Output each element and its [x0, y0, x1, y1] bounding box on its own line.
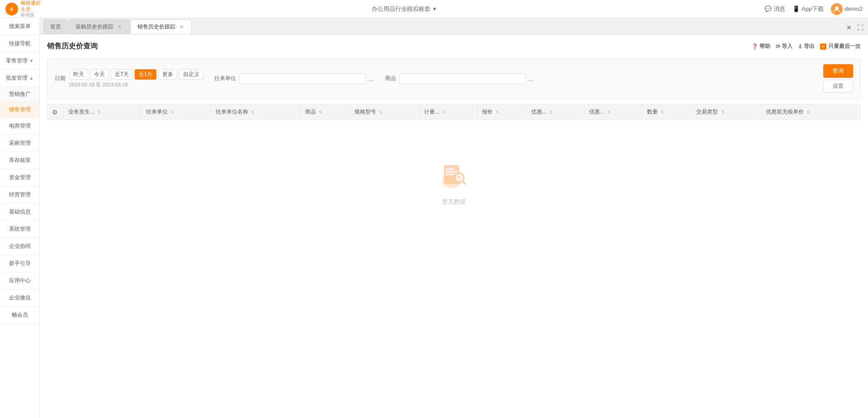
basic-info-label: 基础信息 [9, 208, 31, 216]
data-table: ⚙ 业务发生... ⇅ 往来单位 ⇅ 往来单位名称 ⇅ [47, 104, 861, 120]
user-nav[interactable]: demo2 [831, 3, 863, 15]
tab-close-all-icon[interactable]: ✕ [845, 23, 853, 32]
sidebar-item-operations-mgmt[interactable]: 经营管理 [0, 186, 39, 204]
sort-arrows-quote-price[interactable]: ⇅ [495, 109, 499, 114]
sort-arrows-partner-name[interactable]: ⇅ [251, 109, 255, 114]
date-btn-today[interactable]: 今天 [90, 69, 109, 80]
help-action[interactable]: ❓ 帮助 [751, 43, 770, 50]
sidebar-item-sales-mgmt[interactable]: 销售管理 [0, 102, 39, 118]
sidebar-item-marketing[interactable]: 营销推广 [0, 87, 39, 102]
table-th-spec-label: 规格型号 [354, 109, 376, 115]
sort-arrows-unit[interactable]: ⇅ [442, 109, 446, 114]
sidebar-item-search-menu[interactable]: 搜索菜单 [0, 18, 39, 35]
app-download-label: App下载 [802, 5, 824, 13]
export-action[interactable]: ⇩ 导出 [798, 43, 815, 50]
date-btn-last1month[interactable]: 近1月 [135, 69, 157, 80]
tab-bar-actions: ✕ ⛶ [845, 23, 864, 34]
sidebar-item-enterprise-wechat[interactable]: 企业微信 [0, 290, 39, 307]
goods-dots[interactable]: ... [528, 75, 534, 83]
sort-arrows-goods[interactable]: ⇅ [319, 109, 322, 114]
partner-input[interactable] [240, 73, 366, 84]
workspace-title: 办公用品行业模拟账套 [372, 5, 430, 13]
sort-arrows-partner-code[interactable]: ⇅ [170, 109, 174, 114]
date-btn-custom[interactable]: 自定义 [179, 69, 203, 80]
sidebar-item-inventory[interactable]: 库存核算 [0, 152, 39, 169]
tab-maximize-icon[interactable]: ⛶ [856, 23, 864, 32]
table-th-pretax-price: 优惠前无税单价 ⇅ [761, 104, 860, 120]
tab-home[interactable]: 首页 [43, 19, 68, 34]
table-settings-icon[interactable]: ⚙ [52, 109, 58, 116]
message-icon: 💬 [764, 5, 772, 12]
sidebar-item-vip-member[interactable]: 畅会员 [0, 307, 39, 324]
sidebar-item-beginner[interactable]: 新手引导 [0, 255, 39, 272]
top-bar: 6 畅捷通好生意 标准版 办公用品行业模拟账套 ▾ 💬 消息 📱 App下载 [0, 0, 868, 18]
svg-line-10 [462, 181, 465, 184]
partner-filter-group: 往来单位 ... [214, 73, 374, 84]
app-download-nav[interactable]: 📱 App下载 [793, 5, 824, 13]
tab-purchase-history-close[interactable]: ✕ [116, 24, 123, 30]
purchase-mgmt-label: 采购管理 [9, 139, 31, 147]
help-icon: ❓ [751, 43, 758, 50]
date-btn-last7days[interactable]: 近7天 [111, 69, 133, 80]
import-icon: ⟳ [776, 43, 780, 50]
wholesale-mgmt-arrow: ▲ [29, 76, 34, 81]
message-label: 消息 [774, 5, 785, 13]
empty-text: 暂无数据 [442, 198, 466, 206]
sort-arrows-spec[interactable]: ⇅ [379, 109, 382, 114]
date-btn-yesterday[interactable]: 昨天 [69, 69, 88, 80]
sidebar-item-retail-mgmt[interactable]: 零售管理 ▼ [0, 52, 39, 70]
date-options: 昨天 今天 近7天 近1月 更多 自定义 [69, 69, 203, 80]
svg-point-2 [835, 6, 839, 10]
table-th-partner-code: 往来单位 ⇅ [142, 104, 211, 120]
sidebar-item-ecommerce-mgmt[interactable]: 电商管理 [0, 118, 39, 135]
sort-arrows-discount2[interactable]: ⇅ [607, 109, 611, 114]
date-filter-group: 日期 昨天 今天 近7天 近1月 更多 自定义 2023-02-18 至 202… [55, 69, 203, 88]
date-range-text: 2023-02-18 至 2023-03-18 [69, 81, 203, 88]
tab-sales-history-close[interactable]: ✕ [178, 24, 185, 30]
wholesale-mgmt-label: 批发管理 [6, 74, 28, 82]
logo-text: 畅捷通好生意 标准版 [21, 0, 43, 17]
page-title-actions: ❓ 帮助 ⟳ 导入 ⇩ 导出 ✓ 只看最后一次 [751, 43, 861, 50]
message-nav[interactable]: 💬 消息 [764, 5, 785, 13]
sidebar-item-system-mgmt[interactable]: 系统管理 [0, 221, 39, 238]
workspace-selector[interactable]: 办公用品行业模拟账套 ▾ [372, 5, 436, 13]
sidebar-item-basic-info[interactable]: 基础信息 [0, 204, 39, 221]
tab-sales-history-label: 销售历史价跟踪 [137, 23, 175, 31]
logo-icon: 6 [5, 3, 18, 15]
table-header-row: ⚙ 业务发生... ⇅ 往来单位 ⇅ 往来单位名称 ⇅ [47, 104, 861, 120]
query-button[interactable]: 查询 [823, 64, 853, 78]
table-th-goods: 商品 ⇅ [300, 104, 349, 120]
table-th-biz-date-label: 业务发生... [68, 109, 94, 115]
tab-purchase-history[interactable]: 采购历史价跟踪 ✕ [69, 19, 130, 34]
sidebar-item-quick-nav[interactable]: 快捷导航 [0, 35, 39, 52]
sort-arrows-trade-type[interactable]: ⇅ [721, 109, 725, 114]
table-th-trade-type-label: 交易类型 [696, 109, 718, 115]
sidebar-item-enterprise[interactable]: 企业协同 [0, 238, 39, 255]
sort-arrows-discount1[interactable]: ⇅ [549, 109, 553, 114]
only-last-label: 只看最后一次 [828, 43, 861, 50]
sidebar-item-finance-mgmt[interactable]: 资金管理 [0, 169, 39, 186]
date-filter-label: 日期 [55, 75, 66, 82]
enterprise-label: 企业协同 [9, 242, 31, 250]
enterprise-wechat-label: 企业微信 [9, 294, 31, 302]
ecommerce-mgmt-label: 电商管理 [9, 122, 31, 130]
only-last-checkbox[interactable]: ✓ 只看最后一次 [820, 43, 861, 50]
tab-home-label: 首页 [50, 23, 61, 31]
settings-button[interactable]: 设置 [823, 80, 853, 93]
sidebar-item-wholesale-mgmt[interactable]: 批发管理 ▲ [0, 70, 39, 87]
sort-arrows-pretax-price[interactable]: ⇅ [807, 109, 810, 114]
filter-bar: 日期 昨天 今天 近7天 近1月 更多 自定义 2023-02-18 至 202… [47, 58, 861, 99]
sort-arrows-quantity[interactable]: ⇅ [660, 109, 664, 114]
sidebar-item-purchase-mgmt[interactable]: 采购管理 [0, 135, 39, 152]
import-action[interactable]: ⟳ 导入 [776, 43, 793, 50]
partner-dots[interactable]: ... [368, 75, 374, 83]
logo-area: 6 畅捷通好生意 标准版 [5, 0, 43, 17]
tab-sales-history[interactable]: 销售历史价跟踪 ✕ [131, 19, 192, 34]
sidebar-item-app-center[interactable]: 应用中心 [0, 272, 39, 290]
goods-input[interactable] [400, 73, 526, 84]
date-btn-more[interactable]: 更多 [158, 69, 177, 80]
goods-filter-group: 商品 ... [385, 73, 534, 84]
sort-arrows-biz-date[interactable]: ⇅ [97, 109, 101, 114]
import-label: 导入 [782, 43, 793, 50]
workspace-dropdown-icon[interactable]: ▾ [433, 5, 436, 12]
